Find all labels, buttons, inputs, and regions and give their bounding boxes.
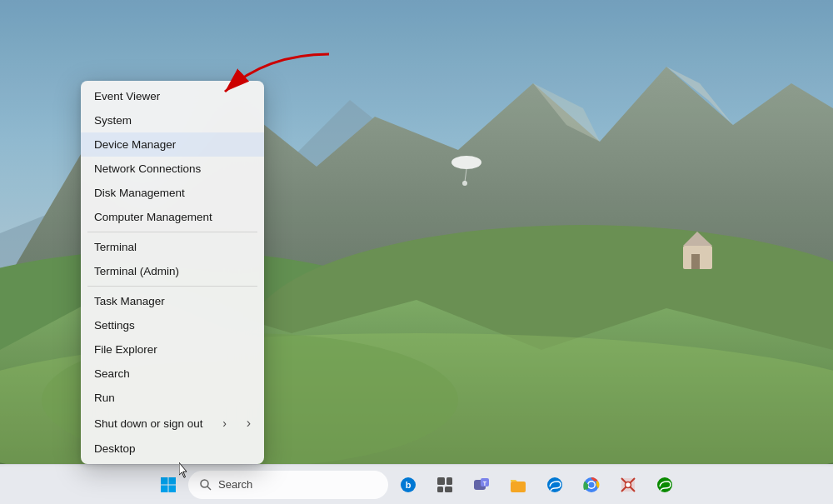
menu-item-task-manager[interactable]: Task Manager bbox=[81, 289, 264, 313]
taskbar-search-label: Search bbox=[218, 478, 252, 491]
menu-item-label-search: Search bbox=[94, 367, 130, 380]
svg-rect-20 bbox=[161, 485, 168, 492]
svg-rect-33 bbox=[511, 482, 526, 492]
snipping-tool-icon bbox=[619, 476, 637, 494]
svg-rect-29 bbox=[445, 487, 452, 492]
menu-item-arrow-shutdown: › bbox=[222, 417, 227, 430]
menu-item-label-computer-management: Computer Management bbox=[94, 211, 212, 223]
svg-text:T: T bbox=[483, 480, 487, 486]
menu-item-device-manager[interactable]: Device Manager bbox=[81, 132, 264, 157]
menu-item-desktop[interactable]: Desktop bbox=[81, 437, 264, 461]
menu-item-event-viewer[interactable]: Event Viewer bbox=[81, 84, 264, 108]
menu-item-label-system: System bbox=[94, 114, 132, 127]
file-explorer-icon bbox=[509, 476, 527, 494]
svg-line-23 bbox=[207, 487, 211, 490]
menu-item-label-task-manager: Task Manager bbox=[94, 295, 165, 307]
menu-item-label-event-viewer: Event Viewer bbox=[94, 90, 160, 102]
menu-item-label-settings: Settings bbox=[94, 319, 135, 332]
menu-item-network-connections[interactable]: Network Connections bbox=[81, 157, 264, 181]
taskbar: Search b T bbox=[0, 464, 833, 504]
menu-item-search[interactable]: Search bbox=[81, 362, 264, 386]
svg-point-22 bbox=[201, 480, 208, 487]
chrome-icon bbox=[582, 476, 601, 494]
menu-item-terminal-admin[interactable]: Terminal (Admin) bbox=[81, 259, 264, 283]
menu-item-label-device-manager: Device Manager bbox=[94, 138, 176, 151]
svg-rect-19 bbox=[169, 477, 177, 485]
edge2-icon bbox=[656, 476, 674, 494]
taskbar-search-bar[interactable]: Search bbox=[188, 471, 388, 499]
file-explorer-button[interactable] bbox=[501, 468, 535, 502]
teams-button[interactable]: T bbox=[465, 468, 498, 502]
menu-item-label-shutdown: Shut down or sign out bbox=[94, 417, 203, 430]
teams-icon: T bbox=[472, 476, 491, 494]
menu-item-label-desktop: Desktop bbox=[94, 442, 136, 455]
menu-item-file-explorer[interactable]: File Explorer bbox=[81, 337, 264, 362]
edge2-button[interactable] bbox=[648, 468, 681, 502]
edge-button[interactable] bbox=[538, 468, 571, 502]
menu-item-label-disk-management: Disk Management bbox=[94, 187, 185, 199]
menu-item-label-terminal: Terminal bbox=[94, 241, 137, 253]
search-icon bbox=[200, 479, 212, 491]
context-menu: Event ViewerSystemDevice ManagerNetwork … bbox=[81, 81, 264, 464]
taskbar-center: Search b T bbox=[152, 468, 681, 502]
svg-point-41 bbox=[626, 482, 631, 487]
menu-separator-after-computer-management bbox=[87, 232, 257, 232]
svg-point-37 bbox=[589, 482, 595, 487]
menu-item-run[interactable]: Run bbox=[81, 386, 264, 410]
copilot-button[interactable]: b bbox=[392, 468, 425, 502]
menu-separator-after-terminal-admin bbox=[87, 286, 257, 287]
menu-item-shutdown[interactable]: Shut down or sign out› bbox=[81, 410, 264, 437]
menu-item-system[interactable]: System bbox=[81, 108, 264, 132]
menu-item-computer-management[interactable]: Computer Management bbox=[81, 205, 264, 229]
menu-item-label-network-connections: Network Connections bbox=[94, 162, 201, 175]
menu-item-label-file-explorer: File Explorer bbox=[94, 343, 157, 356]
svg-rect-26 bbox=[437, 477, 445, 485]
svg-rect-21 bbox=[169, 485, 177, 492]
edge-icon bbox=[546, 476, 564, 494]
chrome-button[interactable] bbox=[575, 468, 608, 502]
svg-rect-18 bbox=[161, 477, 168, 485]
task-view-button[interactable] bbox=[428, 468, 461, 502]
svg-text:b: b bbox=[406, 480, 412, 490]
svg-rect-28 bbox=[437, 487, 443, 492]
svg-rect-27 bbox=[446, 477, 452, 485]
menu-item-settings[interactable]: Settings bbox=[81, 313, 264, 337]
task-view-icon bbox=[436, 476, 454, 494]
copilot-icon: b bbox=[399, 476, 417, 494]
windows-logo-icon bbox=[161, 477, 176, 492]
menu-item-label-run: Run bbox=[94, 392, 115, 404]
snipping-tool-button[interactable] bbox=[611, 468, 645, 502]
menu-item-disk-management[interactable]: Disk Management bbox=[81, 181, 264, 205]
start-button[interactable] bbox=[152, 468, 185, 502]
menu-item-terminal[interactable]: Terminal bbox=[81, 235, 264, 259]
menu-item-label-terminal-admin: Terminal (Admin) bbox=[94, 265, 179, 277]
